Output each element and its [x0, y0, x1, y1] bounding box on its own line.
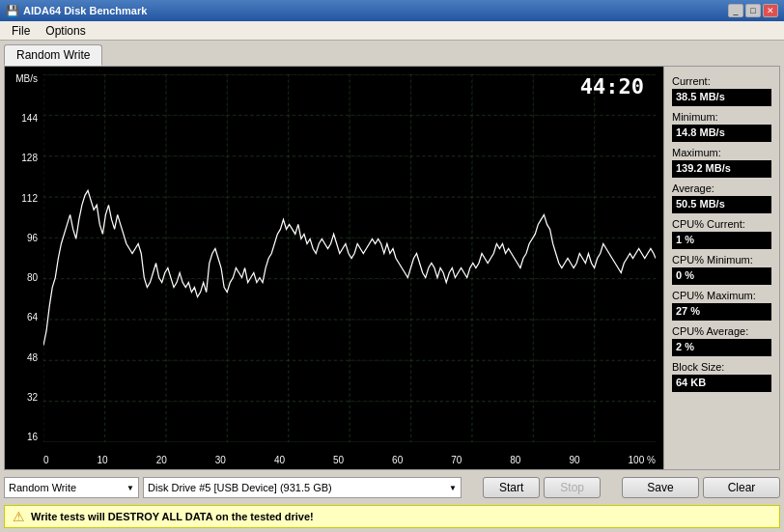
dropdown-arrow-icon: ▼: [126, 484, 134, 492]
stop-button[interactable]: Stop: [544, 477, 601, 498]
average-label: Average:: [672, 182, 771, 194]
cpu-maximum-value: 27 %: [672, 303, 771, 321]
controls-row: Random Write ▼ Disk Drive #5 [USB Device…: [4, 474, 780, 501]
drive-value: Disk Drive #5 [USB Device] (931.5 GB): [148, 482, 332, 493]
cpu-average-label: CPU% Average:: [672, 325, 771, 337]
cpu-minimum-label: CPU% Minimum:: [672, 254, 771, 266]
current-label: Current:: [672, 75, 771, 87]
cpu-maximum-label: CPU% Maximum:: [672, 290, 771, 301]
average-value: 50.5 MB/s: [672, 196, 771, 213]
chart-svg: [43, 74, 656, 442]
x-label-60: 60: [392, 455, 403, 465]
main-content: Random Write MB/s 144 128 112 96 80 64 4…: [0, 41, 784, 532]
x-label-70: 70: [451, 455, 462, 465]
tab-random-write[interactable]: Random Write: [4, 44, 102, 66]
x-label-10: 10: [98, 455, 108, 465]
x-label-30: 30: [215, 455, 226, 465]
cpu-current-value: 1 %: [672, 232, 771, 249]
minimum-label: Minimum:: [672, 111, 771, 123]
test-type-dropdown[interactable]: Random Write ▼: [4, 477, 139, 498]
maximize-button[interactable]: □: [745, 4, 761, 17]
close-button[interactable]: ✕: [763, 4, 778, 17]
block-size-label: Block Size:: [672, 361, 771, 373]
stats-panel: Current: 38.5 MB/s Minimum: 14.8 MB/s Ma…: [663, 67, 779, 469]
tab-area: Random Write MB/s 144 128 112 96 80 64 4…: [4, 44, 780, 470]
x-label-100: 100 %: [629, 455, 656, 465]
content-area: MB/s 144 128 112 96 80 64 48 32 16 44:20: [4, 66, 780, 470]
menu-options[interactable]: Options: [38, 21, 93, 40]
save-button[interactable]: Save: [622, 477, 699, 498]
current-value: 38.5 MB/s: [672, 89, 771, 106]
block-size-value: 64 KB: [672, 375, 771, 392]
cpu-average-value: 2 %: [672, 339, 771, 356]
warning-row: ⚠ Write tests will DESTROY ALL DATA on t…: [4, 505, 780, 528]
x-label-0: 0: [43, 455, 49, 465]
dropdown-arrow-icon-2: ▼: [449, 484, 457, 492]
x-axis-labels: 0 10 20 30 40 50 60 70 80 90 100 %: [43, 455, 656, 465]
app-icon: 💾: [6, 5, 19, 17]
drive-dropdown[interactable]: Disk Drive #5 [USB Device] (931.5 GB) ▼: [143, 477, 462, 498]
start-button[interactable]: Start: [483, 477, 540, 498]
x-label-50: 50: [333, 455, 344, 465]
maximum-value: 139.2 MB/s: [672, 160, 771, 178]
minimize-button[interactable]: _: [728, 4, 743, 17]
maximum-label: Maximum:: [672, 147, 771, 158]
x-label-80: 80: [510, 455, 520, 465]
tabs: Random Write: [4, 44, 780, 66]
window-title: AIDA64 Disk Benchmark: [23, 5, 147, 16]
test-type-value: Random Write: [9, 482, 76, 493]
title-bar: 💾 AIDA64 Disk Benchmark _ □ ✕: [0, 0, 784, 21]
chart-timer: 44:20: [580, 74, 644, 98]
chart-section: MB/s 144 128 112 96 80 64 48 32 16 44:20: [5, 67, 663, 469]
warning-text: Write tests will DESTROY ALL DATA on the…: [31, 511, 314, 522]
cpu-minimum-value: 0 %: [672, 267, 771, 285]
x-label-40: 40: [274, 455, 285, 465]
chart-inner: 44:20: [5, 67, 663, 469]
warning-icon: ⚠: [13, 509, 25, 524]
menu-file[interactable]: File: [4, 21, 38, 40]
title-bar-left: 💾 AIDA64 Disk Benchmark: [6, 5, 147, 17]
minimum-value: 14.8 MB/s: [672, 125, 771, 142]
cpu-current-label: CPU% Current:: [672, 218, 771, 230]
x-label-90: 90: [569, 455, 579, 465]
title-bar-controls: _ □ ✕: [728, 4, 778, 17]
menu-bar: File Options: [0, 21, 784, 41]
x-label-20: 20: [156, 455, 167, 465]
clear-button[interactable]: Clear: [703, 477, 780, 498]
